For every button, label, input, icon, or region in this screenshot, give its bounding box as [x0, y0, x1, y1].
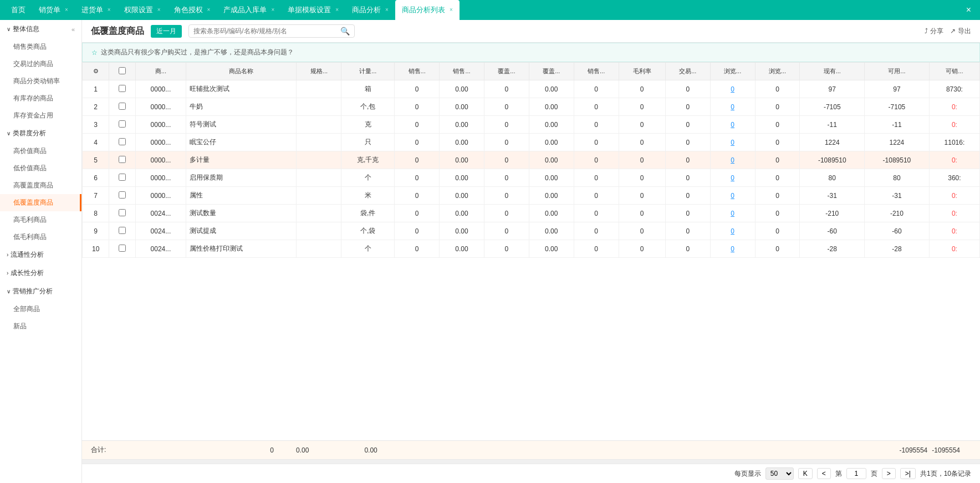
- row-browse1[interactable]: 0: [710, 80, 755, 98]
- sidebar-item-traded-goods[interactable]: 交易过的商品: [0, 55, 81, 73]
- row-current: 1224: [800, 134, 865, 151]
- row-browse1[interactable]: 0: [710, 134, 755, 151]
- row-browse1[interactable]: 0: [710, 169, 755, 187]
- row-checkbox[interactable]: [109, 169, 136, 187]
- nav-item-home[interactable]: 首页: [4, 0, 32, 20]
- table-row[interactable]: 1 0000... 旺辅批次测试 箱 0 0.00 0 0.00 0 0 0 0…: [83, 80, 980, 98]
- table-row[interactable]: 3 0000... 符号测试 克 0 0.00 0 0.00 0 0 0 0 0…: [83, 116, 980, 134]
- search-input[interactable]: [193, 27, 340, 35]
- prev-page-button[interactable]: <: [817, 468, 831, 479]
- row-browse1[interactable]: 0: [710, 98, 755, 116]
- horizontal-scrollbar[interactable]: [82, 459, 980, 464]
- row-name: 测试数量: [186, 205, 297, 222]
- row-browse1[interactable]: 0: [710, 240, 755, 258]
- row-cover2: 0.00: [529, 169, 574, 187]
- table-wrapper[interactable]: ⚙ 商... 商品名称 规格... 计量... 销售... 销售... 覆盖..…: [82, 62, 980, 440]
- export-icon: ↗: [950, 27, 956, 35]
- nav-item-template[interactable]: 单据模板设置 ×: [281, 0, 345, 20]
- row-name: 属性: [186, 187, 297, 205]
- sidebar-item-stock-goods[interactable]: 有库存的商品: [0, 90, 81, 107]
- close-analysis-list-icon[interactable]: ×: [450, 0, 453, 20]
- table-row[interactable]: 7 0000... 属性 米 0 0.00 0 0.00 0 0 0 0 0 -…: [83, 187, 980, 205]
- close-analysis-icon[interactable]: ×: [385, 0, 389, 20]
- table-row[interactable]: 10 0024... 属性价格打印测试 个 0 0.00 0 0.00 0 0 …: [83, 240, 980, 258]
- row-browse1[interactable]: 0: [710, 151, 755, 169]
- select-all-checkbox[interactable]: [119, 67, 126, 74]
- nav-item-analysis[interactable]: 商品分析 ×: [345, 0, 395, 20]
- nav-item-production[interactable]: 产成品入库单 ×: [217, 0, 281, 20]
- close-sales-icon[interactable]: ×: [65, 0, 68, 20]
- row-sales3: 0: [574, 98, 619, 116]
- first-page-button[interactable]: K: [798, 468, 813, 479]
- col-settings[interactable]: ⚙: [83, 63, 109, 80]
- row-cover1: 0: [484, 80, 529, 98]
- page-size-select[interactable]: 50 100 200: [765, 467, 794, 480]
- row-browse1[interactable]: 0: [710, 187, 755, 205]
- nav-item-permission[interactable]: 权限设置 ×: [118, 0, 167, 20]
- row-sales-amt: 0.00: [440, 222, 484, 240]
- sidebar-item-all-goods[interactable]: 全部商品: [0, 301, 81, 318]
- row-sales-qty: 0: [395, 98, 440, 116]
- sidebar-item-new-goods[interactable]: 新品: [0, 318, 81, 335]
- page-info: 共1页，10条记录: [920, 469, 971, 479]
- close-template-icon[interactable]: ×: [335, 0, 339, 20]
- close-production-icon[interactable]: ×: [271, 0, 274, 20]
- row-checkbox[interactable]: [109, 116, 136, 134]
- page-number-input[interactable]: [846, 468, 866, 479]
- row-sales3: 0: [574, 80, 619, 98]
- nav-item-purchase[interactable]: 进货单 ×: [75, 0, 118, 20]
- row-browse1[interactable]: 0: [710, 116, 755, 134]
- row-checkbox[interactable]: [109, 222, 136, 240]
- table-row[interactable]: 5 0000... 多计量 克,千克 0 0.00 0 0.00 0 0 0 0…: [83, 151, 980, 169]
- sidebar-item-low-margin[interactable]: 低毛利商品: [0, 228, 81, 246]
- close-purchase-icon[interactable]: ×: [108, 0, 111, 20]
- row-sales-amt: 0.00: [440, 240, 484, 258]
- window-close-button[interactable]: ×: [962, 5, 976, 15]
- row-checkbox[interactable]: [109, 134, 136, 151]
- row-browse2: 0: [755, 80, 800, 98]
- sidebar-section-growth[interactable]: › 成长性分析: [0, 264, 81, 282]
- sidebar-section-group[interactable]: ∨ 类群度分析: [0, 124, 81, 143]
- footer-current: -1095554: [900, 446, 928, 454]
- nav-item-role[interactable]: 角色授权 ×: [167, 0, 217, 20]
- sidebar-item-low-value[interactable]: 低价值商品: [0, 160, 81, 177]
- row-trade: 0: [665, 98, 710, 116]
- sidebar-item-stock-capital[interactable]: 库存资金占用: [0, 107, 81, 124]
- sidebar-section-circulation[interactable]: › 流通性分析: [0, 246, 81, 264]
- sidebar-item-high-margin[interactable]: 高毛利商品: [0, 211, 81, 228]
- sidebar-item-category-rate[interactable]: 商品分类动销率: [0, 73, 81, 90]
- row-checkbox[interactable]: [109, 98, 136, 116]
- row-sales-qty: 0: [395, 134, 440, 151]
- sidebar-item-sales-goods[interactable]: 销售类商品: [0, 38, 81, 55]
- sidebar-item-high-coverage[interactable]: 高覆盖度商品: [0, 177, 81, 194]
- nav-item-sales[interactable]: 销货单 ×: [32, 0, 75, 20]
- sidebar-item-low-coverage[interactable]: 低覆盖度商品: [0, 194, 81, 211]
- row-checkbox[interactable]: [109, 205, 136, 222]
- close-role-icon[interactable]: ×: [207, 0, 211, 20]
- row-checkbox[interactable]: [109, 151, 136, 169]
- export-button[interactable]: ↗ 导出: [950, 27, 971, 36]
- close-permission-icon[interactable]: ×: [157, 0, 161, 20]
- share-button[interactable]: ⤴ 分享: [925, 27, 943, 36]
- table-row[interactable]: 8 0024... 测试数量 袋,件 0 0.00 0 0.00 0 0 0 0…: [83, 205, 980, 222]
- collapse-icon[interactable]: «: [72, 26, 75, 33]
- table-row[interactable]: 2 0000... 牛奶 个,包 0 0.00 0 0.00 0 0 0 0 0…: [83, 98, 980, 116]
- sidebar-item-high-value[interactable]: 高价值商品: [0, 143, 81, 160]
- row-browse1[interactable]: 0: [710, 205, 755, 222]
- row-checkbox[interactable]: [109, 80, 136, 98]
- search-icon[interactable]: 🔍: [340, 27, 350, 35]
- row-browse1[interactable]: 0: [710, 222, 755, 240]
- row-checkbox[interactable]: [109, 187, 136, 205]
- row-sales3: 0: [574, 151, 619, 169]
- table-row[interactable]: 9 0024... 测试提成 个,袋 0 0.00 0 0.00 0 0 0 0…: [83, 222, 980, 240]
- sidebar-section-overall[interactable]: ∨ 整体信息 «: [0, 20, 81, 38]
- table-row[interactable]: 6 0000... 启用保质期 个 0 0.00 0 0.00 0 0 0 0 …: [83, 169, 980, 187]
- last-page-button[interactable]: >|: [900, 468, 916, 479]
- sidebar-section-marketing[interactable]: ∨ 营销推广分析: [0, 282, 81, 301]
- next-page-button[interactable]: >: [882, 468, 896, 479]
- row-checkbox[interactable]: [109, 240, 136, 258]
- row-available: -210: [865, 205, 930, 222]
- table-row[interactable]: 4 0000... 眠宝公仔 只 0 0.00 0 0.00 0 0 0 0 0…: [83, 134, 980, 151]
- period-button[interactable]: 近一月: [151, 25, 182, 38]
- nav-item-analysis-list[interactable]: 商品分析列表 ×: [395, 0, 460, 20]
